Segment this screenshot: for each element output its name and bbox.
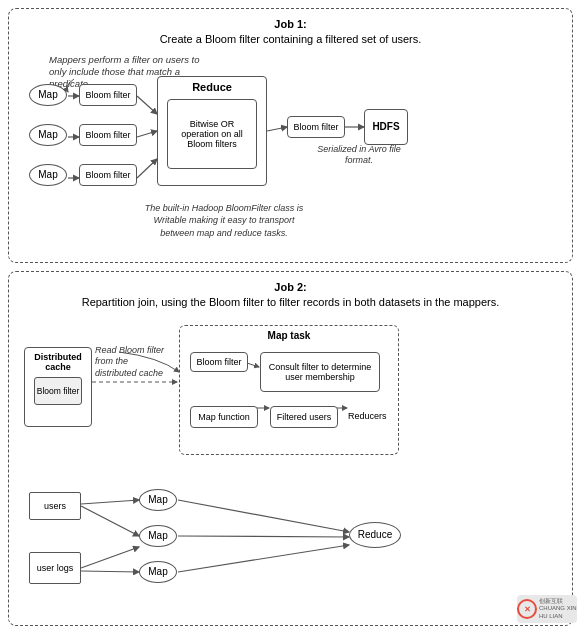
job1-map-column: Map Map Map: [29, 84, 67, 186]
cache-bloom-filter: Bloom filter: [34, 377, 82, 405]
svg-line-3: [137, 96, 157, 114]
job1-bloom-3: Bloom filter: [79, 164, 137, 186]
distributed-cache-box: Distributed cache Bloom filter: [24, 347, 92, 427]
job1-title: Job 1: Create a Bloom filter containing …: [19, 17, 562, 48]
user-logs-box: user logs: [29, 552, 81, 584]
svg-line-17: [178, 536, 349, 537]
svg-line-18: [178, 545, 349, 572]
job2-title: Job 2: Repartition join, using the Bloom…: [19, 280, 562, 311]
job1-content: Mappers perform a filter on users to onl…: [19, 54, 562, 254]
job1-annotation-avro: Serialized in Avro file format.: [314, 144, 404, 167]
map-function-box: Map function: [190, 406, 258, 428]
job2-reduce-oval: Reduce: [349, 522, 401, 548]
svg-line-6: [267, 127, 287, 131]
watermark-icon: ✕: [517, 599, 537, 619]
job1-inner-reduce: Bitwise OR operation on all Bloom filter…: [167, 99, 257, 169]
read-bloom-annotation: Read Bloom filter from the distributed c…: [95, 345, 170, 380]
svg-line-5: [137, 159, 157, 178]
svg-line-14: [81, 547, 139, 568]
job1-hdfs: HDFS: [364, 109, 408, 145]
map-oval-3: Map: [29, 164, 67, 186]
job2-map-oval-1: Map: [139, 489, 177, 511]
filtered-users-box: Filtered users: [270, 406, 338, 428]
reducers-label: Reducers: [348, 411, 387, 421]
job2-map-oval-3: Map: [139, 561, 177, 583]
watermark: ✕ 创新互联 CHUANG XIN HU LIAN: [517, 595, 577, 623]
job1-annotation-bottom: The built-in Hadoop BloomFilter class is…: [139, 202, 309, 240]
svg-line-15: [81, 571, 139, 572]
job1-output-bloom: Bloom filter: [287, 116, 345, 138]
job1-bloom-column: Bloom filter Bloom filter Bloom filter: [79, 84, 137, 186]
job1-box: Job 1: Create a Bloom filter containing …: [8, 8, 573, 263]
job1-bloom-1: Bloom filter: [79, 84, 137, 106]
main-container: Job 1: Create a Bloom filter containing …: [0, 0, 581, 627]
job1-reduce-label: Reduce: [192, 81, 232, 93]
map-task-box: Map task Bloom filter Consult filter to …: [179, 325, 399, 455]
map-task-bloom: Bloom filter: [190, 352, 248, 372]
svg-line-16: [178, 500, 349, 532]
job2-box: Job 2: Repartition join, using the Bloom…: [8, 271, 573, 626]
map-oval-1: Map: [29, 84, 67, 106]
dist-cache-label: Distributed cache: [25, 352, 91, 374]
watermark-text: 创新互联 CHUANG XIN HU LIAN: [539, 598, 577, 620]
svg-line-12: [81, 500, 139, 504]
map-oval-2: Map: [29, 124, 67, 146]
map-task-title: Map task: [180, 330, 398, 341]
job1-reduce-box: Reduce Bitwise OR operation on all Bloom…: [157, 76, 267, 186]
consult-box: Consult filter to determine user members…: [260, 352, 380, 392]
svg-line-4: [137, 131, 157, 137]
job1-bloom-2: Bloom filter: [79, 124, 137, 146]
svg-line-13: [81, 506, 139, 536]
job2-content: Distributed cache Bloom filter Read Bloo…: [19, 317, 562, 617]
users-box: users: [29, 492, 81, 520]
job2-map-oval-2: Map: [139, 525, 177, 547]
